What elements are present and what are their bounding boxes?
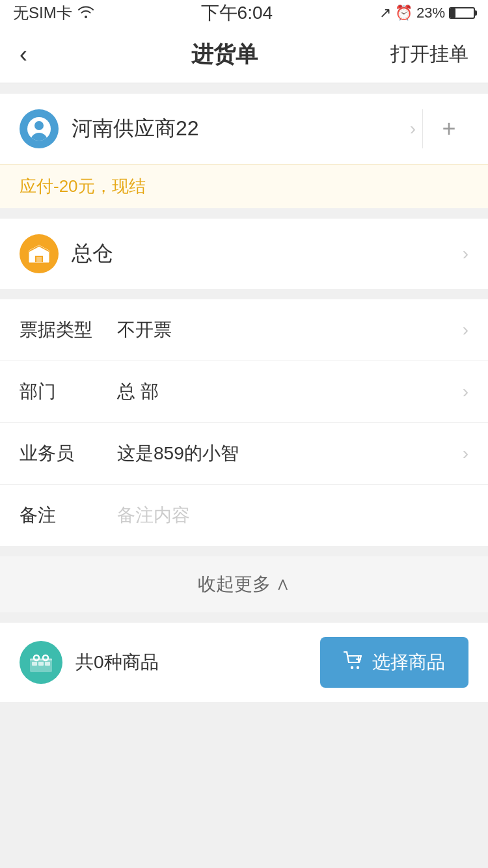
battery-bar xyxy=(449,7,475,19)
sales-rep-label: 业务员 xyxy=(20,441,104,466)
back-button[interactable]: ‹ xyxy=(20,41,59,68)
wifi-icon xyxy=(77,4,94,22)
invoice-type-row[interactable]: 票据类型 不开票 › xyxy=(0,299,488,361)
product-icon xyxy=(20,641,62,684)
select-product-button[interactable]: 选择商品 xyxy=(320,637,468,688)
sales-rep-value: 这是859的小智 xyxy=(104,441,463,466)
alarm-icon: ⏰ xyxy=(395,5,413,21)
warehouse-name: 总仓 xyxy=(72,239,463,268)
status-bar: 无SIM卡 下午6:04 ↗ ⏰ 23% xyxy=(0,0,488,26)
department-chevron-icon: › xyxy=(463,381,468,402)
department-row[interactable]: 部门 总 部 › xyxy=(0,361,488,423)
svg-point-9 xyxy=(357,666,359,668)
battery-fill xyxy=(450,8,455,18)
svg-rect-7 xyxy=(45,662,50,666)
bottom-fill xyxy=(0,702,488,868)
sales-rep-row[interactable]: 业务员 这是859的小智 › xyxy=(0,423,488,485)
location-icon: ↗ xyxy=(379,5,391,21)
battery-percent: 23% xyxy=(416,5,445,21)
main-content: 河南供应商22 › + 应付-20元，现结 总仓 › 票据类型 不开票 xyxy=(0,94,488,868)
warehouse-section[interactable]: 总仓 › xyxy=(0,219,488,289)
sales-rep-chevron-icon: › xyxy=(463,443,468,464)
invoice-type-value: 不开票 xyxy=(104,318,463,342)
form-section: 票据类型 不开票 › 部门 总 部 › 业务员 这是859的小智 › 备注 备注… xyxy=(0,299,488,546)
remark-row[interactable]: 备注 备注内容 xyxy=(0,485,488,546)
svg-rect-1 xyxy=(36,257,42,262)
status-left: 无SIM卡 xyxy=(13,3,94,23)
product-count: 共0种商品 xyxy=(75,650,320,675)
add-supplier-button[interactable]: + xyxy=(429,109,468,148)
avatar-icon xyxy=(27,117,51,141)
product-section: 共0种商品 选择商品 xyxy=(0,623,488,702)
svg-rect-6 xyxy=(38,662,44,666)
select-product-label: 选择商品 xyxy=(372,650,445,675)
supplier-divider xyxy=(422,109,423,148)
supplier-notice: 应付-20元，现结 xyxy=(0,164,488,208)
supplier-section: 河南供应商22 › + 应付-20元，现结 xyxy=(0,94,488,208)
supplier-avatar xyxy=(20,109,59,148)
cart-icon xyxy=(344,651,364,674)
remark-label: 备注 xyxy=(20,503,104,528)
department-value: 总 部 xyxy=(104,379,463,404)
carrier-label: 无SIM卡 xyxy=(13,3,72,23)
invoice-type-label: 票据类型 xyxy=(20,318,104,342)
department-label: 部门 xyxy=(20,379,104,404)
invoice-type-chevron-icon: › xyxy=(463,319,468,340)
page-title: 进货单 xyxy=(191,40,258,70)
remark-input[interactable]: 备注内容 xyxy=(104,503,468,528)
svg-rect-5 xyxy=(32,662,37,666)
nav-bar: ‹ 进货单 打开挂单 xyxy=(0,26,488,83)
warehouse-icon xyxy=(20,234,59,273)
supplier-row[interactable]: 河南供应商22 › + xyxy=(0,94,488,164)
warehouse-row[interactable]: 总仓 › xyxy=(0,219,488,289)
collapse-button[interactable]: 收起更多 ∧ xyxy=(0,556,488,612)
open-pending-button[interactable]: 打开挂单 xyxy=(390,41,468,68)
warehouse-chevron-icon: › xyxy=(463,243,468,264)
status-time: 下午6:04 xyxy=(201,1,273,25)
supplier-name: 河南供应商22 xyxy=(72,115,410,143)
svg-point-8 xyxy=(351,666,353,668)
status-right: ↗ ⏰ 23% xyxy=(379,5,475,21)
supplier-chevron-icon: › xyxy=(410,118,416,139)
